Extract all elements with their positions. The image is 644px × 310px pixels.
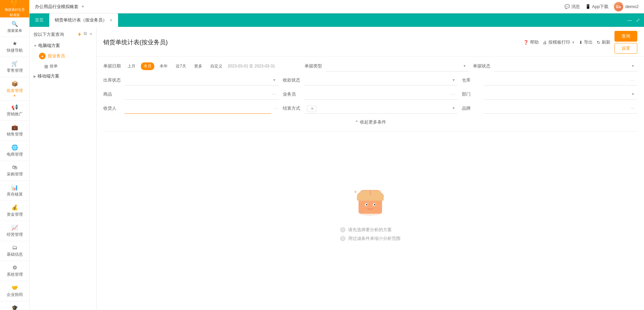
filter-doc-type: 单据类型 ▼: [305, 61, 469, 71]
svg-text:✦: ✦: [382, 194, 385, 198]
filter-row-4: 收货人 ··· 结算方式 ✕: [103, 103, 637, 114]
date-btn-this-month[interactable]: 本月: [141, 62, 154, 70]
warehouse-dots[interactable]: ···: [630, 77, 635, 83]
settings-button[interactable]: 设置: [614, 43, 637, 54]
sidebar-item-operations[interactable]: 📈 经营管理: [0, 221, 30, 241]
print-button[interactable]: 🖨 按模板打印 ▼: [543, 39, 575, 45]
shortcut-icon: ★: [12, 40, 17, 47]
settlement-select[interactable]: ✕ ▼: [304, 103, 458, 114]
product-select[interactable]: ···: [125, 89, 279, 100]
collection-status-select[interactable]: ▼: [304, 75, 458, 86]
brand-dots[interactable]: ···: [630, 105, 635, 111]
page-header: 销货单统计表(按业务员) ❓ 帮助 🖨 按模板打印 ▼ ⬇ 导出: [97, 27, 644, 57]
pc-scheme-label: 电脑端方案: [38, 43, 60, 49]
ecommerce-icon: 🌐: [11, 144, 18, 151]
sidebar-item-system[interactable]: ⚙ 系统管理: [0, 261, 30, 281]
out-status-label: 出库状态: [103, 77, 122, 83]
tab-current[interactable]: 销货单统计表（按业务员） ×: [49, 13, 118, 27]
date-btn-last7[interactable]: 近7天: [173, 62, 189, 70]
collapse-arrow-icon: ⌃: [355, 120, 359, 125]
filter-warehouse: 仓库 ···: [462, 75, 637, 86]
date-btn-custom[interactable]: 自定义: [208, 62, 225, 70]
receiver-dots[interactable]: ···: [274, 105, 278, 111]
refresh-button[interactable]: ↻ 刷新: [597, 39, 610, 45]
sidebar-item-inventory[interactable]: 📊 库存核算: [0, 181, 30, 201]
empty-state: ✦ ✦ ✦ 1 请先选择要分析的方案 2 用过滤条件来缩小分析范围: [97, 132, 644, 310]
date-btn-this-year[interactable]: 本年: [157, 62, 170, 70]
query-button[interactable]: 查询: [614, 31, 637, 42]
doc-type-select[interactable]: ▼: [326, 61, 469, 71]
collapse-button[interactable]: ⌃ 收起更多条件: [103, 117, 637, 127]
scheme-dot-icon: ●: [39, 53, 46, 59]
company-dropdown-arrow: ▼: [81, 5, 85, 8]
sidebar-item-newbie[interactable]: 🎓 新手引导: [0, 301, 30, 310]
scheme-item-by-order[interactable]: ⊞ 按单: [30, 61, 96, 71]
salesman-dots[interactable]: ···: [451, 91, 455, 97]
sidebar-item-finance[interactable]: 💰 资金管理: [0, 201, 30, 221]
sidebar-search[interactable]: 🔍 搜索菜单: [0, 17, 30, 37]
filter-salesman: 业务员 ···: [283, 89, 458, 100]
help-button[interactable]: ❓ 帮助: [523, 39, 539, 45]
sidebar-item-sales[interactable]: 💼 销售管理: [0, 121, 30, 141]
filter-row-1: 单据日期 上月 本月 本年 近7天 更多 自定义 2023-03-01 至 20…: [103, 61, 637, 71]
product-dots[interactable]: ···: [271, 91, 276, 97]
tab-close-icon[interactable]: ×: [110, 17, 112, 23]
app-download-button[interactable]: 📱 App下载: [585, 4, 608, 10]
settings-scheme-icon[interactable]: ⚙: [83, 31, 88, 38]
receiver-label: 收货人: [103, 105, 122, 111]
sidebar-item-purchase[interactable]: 🛍 采购管理: [0, 161, 30, 181]
scheme-item-by-salesman[interactable]: ● 按业务员: [30, 51, 96, 61]
app-logo[interactable]: 🧡 畅捷通好生意 标准版: [0, 0, 30, 17]
pc-scheme-arrow: ▼: [34, 44, 37, 48]
sidebar-item-enterprise[interactable]: 🤝 企业协同: [0, 281, 30, 301]
sidebar-item-ecommerce[interactable]: 🌐 电商管理: [0, 141, 30, 161]
salesman-select[interactable]: ···: [304, 89, 458, 100]
user-profile[interactable]: Ea demo2: [614, 2, 639, 11]
minimize-tab-icon[interactable]: —: [627, 17, 632, 23]
enterprise-icon: 🤝: [11, 285, 18, 291]
pc-scheme-group[interactable]: ▼ 电脑端方案: [30, 41, 96, 51]
page-actions: ❓ 帮助 🖨 按模板打印 ▼ ⬇ 导出 ↻ 刷新: [523, 31, 637, 54]
expand-tab-icon[interactable]: ⤢: [636, 17, 640, 23]
scheme-actions: + ⚙ «: [78, 31, 92, 38]
filter-row-3: 商品 ··· 业务员 ··· 部门: [103, 89, 637, 100]
message-button[interactable]: 💬 消息: [565, 4, 580, 10]
content-area: 按以下方案查询 + ⚙ « ▼ 电脑端方案 ● 按业务员 ⊞ 按: [30, 27, 644, 310]
sidebar-item-retail[interactable]: 🛒 零售管理: [0, 57, 30, 77]
filter-doc-status: 单据状态 ▼: [473, 61, 637, 71]
header-company[interactable]: 办公用品行业模拟账套 ▼: [35, 4, 85, 10]
filter-collection-status: 收款状态 ▼: [283, 75, 458, 86]
add-scheme-icon[interactable]: +: [78, 31, 82, 38]
sidebar-item-wholesale[interactable]: 📦 批发管理 ▲: [0, 77, 30, 101]
brand-select[interactable]: ···: [483, 103, 637, 114]
sidebar-item-marketing[interactable]: 📢 营销推广: [0, 101, 30, 121]
refresh-icon: ↻: [597, 40, 600, 45]
department-select[interactable]: ▼: [483, 89, 637, 100]
export-button[interactable]: ⬇ 导出: [579, 39, 593, 45]
warehouse-select[interactable]: ···: [483, 75, 637, 86]
date-btn-last-month[interactable]: 上月: [125, 62, 138, 70]
date-btn-more[interactable]: 更多: [192, 62, 205, 70]
mobile-scheme-group[interactable]: ▶ 移动端方案: [30, 71, 96, 81]
salesman-label: 业务员: [283, 91, 302, 97]
retail-icon: 🛒: [11, 60, 18, 67]
empty-hints: 1 请先选择要分析的方案 2 用过滤条件来缩小分析范围: [340, 227, 400, 242]
search-icon: 🔍: [11, 21, 18, 27]
avatar: Ea: [614, 2, 623, 11]
settlement-tag-item: ✕: [307, 105, 316, 112]
receiver-input[interactable]: [125, 103, 271, 114]
tab-home[interactable]: 首页: [30, 13, 49, 27]
collapse-panel-icon[interactable]: «: [90, 31, 92, 38]
help-icon: ❓: [523, 40, 529, 45]
sidebar-item-basic[interactable]: 🗂 基础信息: [0, 241, 30, 261]
sidebar-shortcut[interactable]: ★ 快捷导航: [0, 37, 30, 57]
settlement-tag-close[interactable]: ✕: [311, 106, 314, 111]
marketing-icon: 📢: [11, 104, 18, 110]
doc-status-select[interactable]: ▼: [494, 61, 637, 71]
mobile-scheme-label: 移动端方案: [38, 73, 59, 79]
mobile-scheme-arrow: ▶: [34, 74, 36, 78]
right-panel: 销货单统计表(按业务员) ❓ 帮助 🖨 按模板打印 ▼ ⬇ 导出: [97, 27, 644, 310]
scheme-query-label: 按以下方案查询: [34, 32, 64, 38]
collection-status-label: 收款状态: [283, 77, 302, 83]
out-status-select[interactable]: ▼: [125, 75, 279, 86]
